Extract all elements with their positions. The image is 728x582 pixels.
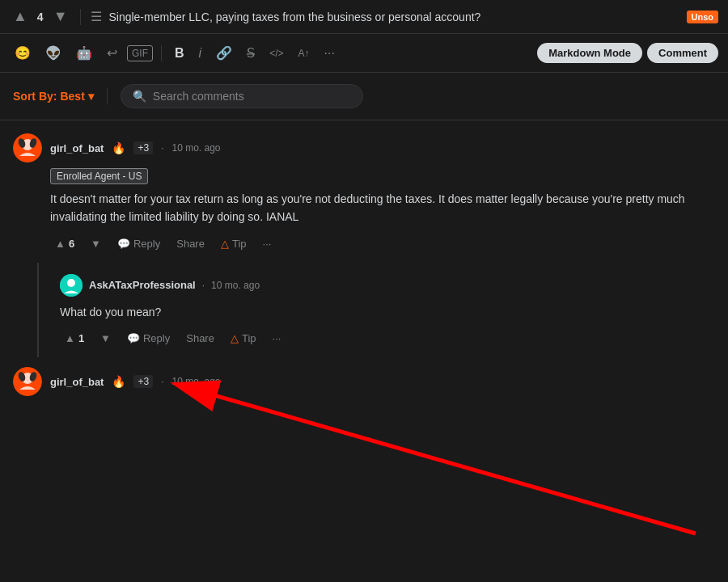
upvote-count-1: 6 xyxy=(69,238,74,250)
karma-bottom: +3 xyxy=(133,375,153,388)
alien-button[interactable]: 🤖 xyxy=(71,42,97,64)
reply-actions-1: ▲ 1 ▼ 💬 Reply Share △ Tip xyxy=(60,329,715,357)
sort-value: Best xyxy=(60,90,84,103)
sort-arrow-icon: ▾ xyxy=(88,90,94,103)
share-label-r1: Share xyxy=(186,332,214,344)
reply-comment-1: AskATaxProfessional · 10 mo. ago What do… xyxy=(37,263,728,357)
avatar-img-reply xyxy=(60,274,83,297)
username-bottom: girl_of_bat xyxy=(50,376,104,388)
share-label-1: Share xyxy=(176,238,205,250)
avatar-img-2 xyxy=(13,367,42,396)
search-input[interactable] xyxy=(153,90,351,103)
snoo-button[interactable]: 👽 xyxy=(40,42,66,64)
sort-label: Sort By: xyxy=(13,90,57,103)
karma-1: +3 xyxy=(133,141,153,154)
link-button[interactable]: 🔗 xyxy=(211,42,237,64)
comment-1: girl_of_bat 🔥 +3 · 10 mo. ago Enrolled A… xyxy=(0,120,728,263)
upvote-count-r1: 1 xyxy=(78,332,84,344)
reply-button-r1[interactable]: 💬 Reply xyxy=(122,329,175,348)
username-reply-1: AskATaxProfessional xyxy=(89,279,196,291)
upvote-reply-1[interactable]: ▲ 1 xyxy=(60,329,89,348)
comment-header-bottom: girl_of_bat 🔥 +3 · 10 mo. ago xyxy=(13,367,715,396)
toolbar-divider-1 xyxy=(161,45,162,61)
timestamp-1: · xyxy=(161,142,163,154)
tip-button-1[interactable]: △ Tip xyxy=(216,234,252,253)
upvote-comment-1[interactable]: ▲ 6 xyxy=(50,234,79,253)
more-button-1[interactable]: ··· xyxy=(258,234,277,253)
more-formats-button[interactable]: ··· xyxy=(320,43,340,64)
timestamp-r1: · xyxy=(202,280,205,291)
share-button-r1[interactable]: Share xyxy=(181,329,219,348)
svg-point-5 xyxy=(67,279,75,287)
flair-icon-1: 🔥 xyxy=(112,141,125,154)
tip-icon-1: △ xyxy=(221,238,229,250)
post-flair: Unso xyxy=(687,11,719,23)
italic-button[interactable]: i xyxy=(194,43,207,64)
avatar-girl-of-bat xyxy=(13,133,42,162)
comment-toolbar: 😊 👽 🤖 ↩ GIF B i 🔗 S̶ </> A↑ ··· Markdown… xyxy=(0,34,728,73)
reply-body-1: What do you mean? xyxy=(60,303,715,321)
share-button-1[interactable]: Share xyxy=(171,234,210,253)
gif-button[interactable]: GIF xyxy=(127,45,153,61)
comment-submit-button[interactable]: Comment xyxy=(647,43,718,63)
flair-badge-1: Enrolled Agent - US xyxy=(50,168,148,184)
reply-header-1: AskATaxProfessional · 10 mo. ago xyxy=(60,274,715,297)
reply-button-1[interactable]: 💬 Reply xyxy=(112,234,165,253)
comment-body-1: It doesn't matter for your tax return as… xyxy=(50,190,715,226)
reply-label-r1: Reply xyxy=(143,332,170,344)
tip-button-r1[interactable]: △ Tip xyxy=(226,329,261,348)
tip-icon-r1: △ xyxy=(231,332,239,344)
tip-label-r1: Tip xyxy=(242,332,256,344)
avatar-img xyxy=(13,133,42,162)
top-bar: ▲ 4 ▼ ☰ Single-member LLC, paying taxes … xyxy=(0,0,728,34)
downvote-reply-1[interactable]: ▼ xyxy=(95,329,116,348)
upvote-icon-r1: ▲ xyxy=(65,332,75,344)
search-icon: 🔍 xyxy=(133,90,146,103)
downvote-button[interactable]: ▼ xyxy=(50,6,71,27)
upvote-icon-1: ▲ xyxy=(55,238,66,250)
reply-label-1: Reply xyxy=(133,238,160,250)
username-1: girl_of_bat xyxy=(50,142,104,154)
avatar-askataxpro xyxy=(60,274,83,297)
more-icon-r1: ··· xyxy=(273,332,281,344)
post-type-icon: ☰ xyxy=(91,9,102,24)
strikethrough-button[interactable]: S̶ xyxy=(242,42,260,64)
sort-button[interactable]: Sort By: Best ▾ xyxy=(13,90,94,103)
bold-button[interactable]: B xyxy=(170,43,189,64)
timestamp-bottom-value: 10 mo. ago xyxy=(172,376,221,387)
upvote-button[interactable]: ▲ xyxy=(10,6,31,27)
undo-button[interactable]: ↩ xyxy=(102,42,122,64)
reply-icon-r1: 💬 xyxy=(127,332,140,344)
reply-icon-1: 💬 xyxy=(117,238,130,250)
post-title: Single-member LLC, paying taxes from the… xyxy=(108,11,679,23)
divider xyxy=(80,9,81,25)
tip-label-1: Tip xyxy=(232,238,247,250)
controls-divider xyxy=(107,88,108,104)
controls-bar: Sort By: Best ▾ 🔍 xyxy=(0,73,728,120)
downvote-icon-1: ▼ xyxy=(91,238,101,250)
comment-bottom: girl_of_bat 🔥 +3 · 10 mo. ago xyxy=(0,357,728,396)
downvote-icon-r1: ▼ xyxy=(100,332,111,344)
comment-actions-1: ▲ 6 ▼ 💬 Reply Share △ Tip xyxy=(50,234,715,263)
flair-icon-bottom: 🔥 xyxy=(112,375,125,388)
more-button-r1[interactable]: ··· xyxy=(268,329,286,348)
search-box[interactable]: 🔍 xyxy=(121,84,363,108)
more-icon-1: ··· xyxy=(263,238,272,250)
timestamp-reply-1: 10 mo. ago xyxy=(211,280,260,291)
arrow-line xyxy=(178,385,696,534)
code-button[interactable]: </> xyxy=(265,44,288,62)
comments-section: girl_of_bat 🔥 +3 · 10 mo. ago Enrolled A… xyxy=(0,120,728,396)
emoji-button[interactable]: 😊 xyxy=(10,42,36,64)
timestamp-1-value: 10 mo. ago xyxy=(172,142,221,154)
superscript-button[interactable]: A↑ xyxy=(293,44,314,62)
timestamp-b: · xyxy=(161,376,163,387)
avatar-girl-of-bat-2 xyxy=(13,367,42,396)
reply-inner-1: AskATaxProfessional · 10 mo. ago What do… xyxy=(52,274,715,357)
comment-header-1: girl_of_bat 🔥 +3 · 10 mo. ago xyxy=(13,133,715,162)
markdown-mode-button[interactable]: Markdown Mode xyxy=(537,43,642,63)
downvote-comment-1[interactable]: ▼ xyxy=(86,234,106,253)
vote-count: 4 xyxy=(37,11,44,23)
